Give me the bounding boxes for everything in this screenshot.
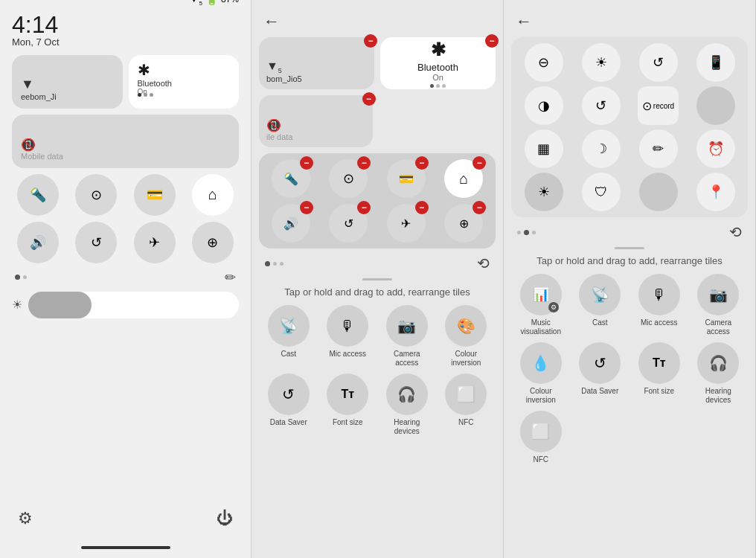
screen-record-tile[interactable]: ⊙ — [75, 174, 117, 216]
p2-mobile-tile[interactable]: − 📵 ile data — [259, 95, 373, 147]
p3-tile-7[interactable]: ⊙ record — [638, 86, 679, 125]
p3-tile-3[interactable]: ↺ — [639, 43, 678, 82]
wifi-tile[interactable]: ▼ eebom_Ji — [12, 55, 123, 109]
p2-nav-dot-1 — [265, 261, 270, 266]
p3-tile-4[interactable]: 📱 — [696, 43, 735, 82]
p3-tile-12[interactable]: ⏰ — [696, 129, 735, 168]
p2-wifi-tile[interactable]: − ▼5 bom_Jio5 — [259, 37, 374, 89]
torch-remove[interactable]: − — [300, 156, 313, 170]
home-edit-tile[interactable]: − ⌂ — [444, 159, 483, 198]
p3-tile-2[interactable]: ☀ — [582, 43, 621, 82]
p3-camera-icon: 📷 — [709, 286, 728, 304]
colinv-label: Colour inversion — [442, 350, 490, 368]
p3-tile-16[interactable]: 📍 — [696, 173, 735, 211]
avail-hearing-tile[interactable]: 🎧 — [386, 373, 428, 415]
avail-fontsize-wrapper: Tт Font size — [321, 373, 375, 436]
brightness-slider[interactable] — [28, 292, 239, 318]
history-icon[interactable]: ⟲ — [477, 254, 490, 272]
avail-p3-cast-tile[interactable]: 📡 — [579, 274, 621, 315]
mobile-remove-badge[interactable]: − — [362, 92, 376, 106]
home-remove[interactable]: − — [472, 156, 486, 170]
avail-p3-mic-tile[interactable]: 🎙 — [638, 274, 680, 315]
bluetooth-tile[interactable]: ✱ Bluetooth On — [129, 55, 240, 109]
torch-edit-tile[interactable]: − 🔦 — [272, 159, 310, 198]
p3-t7-wrap: ⊙ record — [632, 86, 685, 125]
wifi-remove-badge[interactable]: − — [364, 34, 377, 48]
p3-tile-11[interactable]: ✏ — [639, 129, 678, 168]
rotate-tile[interactable]: ↺ — [75, 222, 117, 263]
hotspot-tile[interactable]: ⊕ — [192, 222, 234, 263]
avail-p3-camera-tile[interactable]: 📷 — [697, 274, 739, 315]
back-arrow-icon[interactable]: ← — [263, 12, 280, 31]
avail-p3-mic-wrapper: 🎙 Mic access — [632, 274, 686, 336]
p2-bt-label: Bluetooth — [417, 62, 458, 73]
edit-icon[interactable]: ✏ — [225, 269, 236, 286]
bt-remove-badge[interactable]: − — [485, 34, 499, 48]
avail-p3-nfc-tile[interactable]: ⬜ — [520, 411, 562, 452]
avail-p3-datasaver-tile[interactable]: ↺ — [579, 342, 621, 384]
avail-nfc-tile[interactable]: ⬜ — [445, 373, 487, 415]
p3-icon-13: ☀ — [538, 184, 550, 200]
bt-dot-3 — [442, 84, 446, 88]
rot-remove[interactable]: − — [357, 201, 371, 214]
p3-tile-13[interactable]: ☀ — [525, 173, 563, 211]
airplane-tile[interactable]: ✈ — [134, 222, 176, 263]
torch-edit-wrapper: − 🔦 — [265, 159, 317, 198]
torch-tile[interactable]: 🔦 — [17, 174, 59, 216]
avail-fontsize-tile[interactable]: Tт — [327, 373, 368, 415]
p3-tile-1[interactable]: ⊖ — [525, 43, 563, 82]
rot-edit-wrapper: − ↺ — [323, 204, 375, 243]
nfc-remove[interactable]: − — [415, 156, 429, 170]
avail-cast-tile[interactable]: 📡 — [268, 305, 310, 347]
p2-bt-on-label: On — [432, 73, 443, 82]
p3-tile-6[interactable]: ↺ — [582, 86, 621, 125]
avail-p3-fontsize-wrapper: Tт Font size — [632, 342, 686, 405]
plane-remove[interactable]: − — [415, 201, 429, 214]
p3-t8-wrap — [689, 86, 742, 125]
rot-edit-tile[interactable]: − ↺ — [329, 204, 368, 243]
p3-icon-16: 📍 — [708, 184, 724, 200]
p3-history-icon[interactable]: ⟲ — [729, 223, 742, 241]
p3-tile-8[interactable] — [696, 86, 735, 125]
p2-wifi-label: bom_Jio5 — [266, 74, 367, 83]
vol-remove[interactable]: − — [300, 201, 313, 214]
plane-edit-tile[interactable]: − ✈ — [387, 204, 426, 243]
hot-remove[interactable]: − — [472, 201, 486, 214]
screc-remove[interactable]: − — [357, 156, 371, 170]
p3-icon-9: ▦ — [537, 141, 550, 157]
bt-dot-1 — [430, 84, 434, 88]
p3-divider — [615, 247, 644, 249]
settings-icon[interactable]: ⚙ — [18, 509, 33, 528]
avail-camera-tile[interactable]: 📷 — [386, 305, 428, 347]
p3-tile-15[interactable] — [639, 173, 678, 211]
nfc-tile[interactable]: 💳 — [134, 174, 176, 216]
mobile-data-tile[interactable]: 📵 Mobile data — [12, 115, 239, 168]
screen-rec-edit-tile[interactable]: − ⊙ — [329, 159, 368, 198]
p3-tile-5[interactable]: ◑ — [525, 86, 563, 125]
power-icon[interactable]: ⏻ — [217, 509, 233, 528]
torch-edit-icon: 🔦 — [284, 172, 298, 186]
wifi-status-icon: ▼5 — [189, 0, 202, 7]
avail-colinv-tile[interactable]: 🎨 — [445, 305, 487, 347]
p3-t13-wrap: ☀ — [517, 173, 570, 211]
avail-p3-fontsize-tile[interactable]: Tт — [638, 342, 680, 384]
avail-p3-hearing-tile[interactable]: 🎧 — [697, 342, 739, 384]
avail-music-tile[interactable]: 📊 ⚙ — [520, 274, 562, 315]
vol-edit-tile[interactable]: − 🔊 — [272, 204, 310, 243]
p3-tile-9[interactable]: ▦ — [525, 129, 563, 168]
p3-tile-14[interactable]: 🛡 — [582, 173, 621, 211]
p3-back-arrow-icon[interactable]: ← — [516, 12, 532, 31]
home-tile[interactable]: ⌂ — [192, 174, 234, 216]
avail-p3-colinv-tile[interactable]: 💧 — [520, 342, 562, 384]
p3-nav-dot-1 — [517, 231, 521, 234]
avail-mic-tile[interactable]: 🎙 — [327, 305, 368, 347]
p3-tile-10[interactable]: ☽ — [582, 129, 621, 168]
p3-t6-wrap: ↺ — [574, 86, 627, 125]
avail-datasaver-tile[interactable]: ↺ — [268, 373, 310, 415]
nfc-edit-tile[interactable]: − 💳 — [387, 159, 426, 198]
rotate-icon: ↺ — [91, 234, 102, 251]
plane-edit-icon: ✈ — [401, 217, 411, 231]
volume-tile[interactable]: 🔊 — [17, 222, 59, 263]
p2-bt-tile[interactable]: − ✱ Bluetooth On — [380, 37, 496, 89]
hot-edit-tile[interactable]: − ⊕ — [444, 204, 483, 243]
